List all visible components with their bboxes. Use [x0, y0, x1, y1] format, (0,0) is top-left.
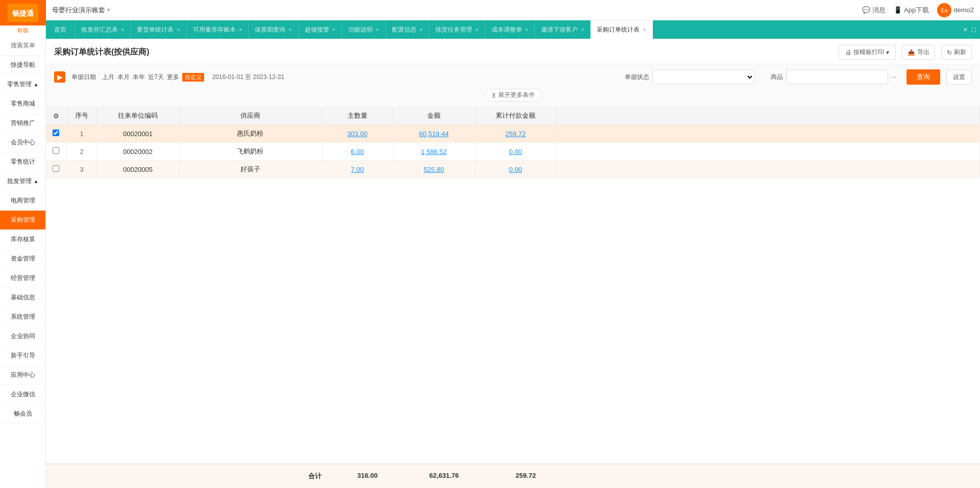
- tab-expiry-close-icon[interactable]: ×: [288, 27, 291, 33]
- industry-selector[interactable]: 母婴行业演示账套 ▾: [52, 6, 110, 15]
- sidebar-item-business[interactable]: 经营管理: [0, 269, 45, 288]
- row-select-checkbox[interactable]: [53, 147, 59, 154]
- filter-row-1: ▶ 单据日期 上月 本月 本年 近7天 更多 自定义 2016-01-01 至 …: [54, 69, 972, 85]
- print-button[interactable]: 🖨 按模板打印 ▾: [839, 45, 896, 60]
- tab-available-close-icon[interactable]: ×: [239, 27, 242, 33]
- tab-home[interactable]: 首页: [46, 20, 75, 39]
- tab-config-close-icon[interactable]: ×: [420, 27, 423, 33]
- tab-cost-label: 成本调整单: [492, 25, 522, 34]
- row-checkbox[interactable]: [46, 143, 66, 161]
- app-download-button[interactable]: 📱 App下载: [894, 6, 929, 15]
- avatar: Ea: [937, 3, 951, 17]
- footer-empty1: [46, 469, 66, 484]
- row-checkbox[interactable]: [46, 161, 66, 178]
- row-select-checkbox[interactable]: [53, 130, 59, 136]
- tab-receive-close-icon[interactable]: ×: [121, 27, 124, 33]
- tab-overstock[interactable]: 超储预警 ×: [299, 20, 342, 39]
- sidebar-item-vip[interactable]: 畅会员: [0, 404, 45, 424]
- date-this-month-link[interactable]: 本月: [117, 73, 130, 82]
- refresh-button[interactable]: ↻ 刷新: [941, 45, 972, 60]
- tab-purchase-stats[interactable]: 采购订单统计表 ×: [591, 20, 652, 39]
- sidebar-item-enterprise[interactable]: 企业协同: [0, 327, 45, 346]
- export-button[interactable]: 📤 导出: [902, 45, 935, 60]
- row-qty[interactable]: 303.00: [322, 125, 393, 143]
- table-row[interactable]: 3 00020005 好孩子 7.00 525.80 0.00: [46, 161, 980, 178]
- tab-purchase-close-icon[interactable]: ×: [643, 27, 646, 33]
- row-paid[interactable]: 0.00: [475, 143, 556, 161]
- sidebar-item-wechat[interactable]: 企业微信: [0, 385, 45, 404]
- sidebar-item-finance[interactable]: 资金管理: [0, 249, 45, 269]
- logo-icon: 畅捷通: [8, 4, 38, 22]
- setting-button[interactable]: 设置: [946, 70, 972, 85]
- sidebar-item-retail-mall[interactable]: 零售商城: [0, 94, 45, 114]
- tab-cost-adjust[interactable]: 成本调整单 ×: [485, 20, 535, 39]
- row-qty[interactable]: 6.00: [322, 143, 393, 161]
- sidebar-search-area[interactable]: 搜索英单: [0, 36, 45, 56]
- tab-config-info[interactable]: 配置信息 ×: [386, 20, 429, 39]
- app-label: App下载: [904, 6, 929, 15]
- product-filter-input[interactable]: [786, 70, 888, 84]
- sidebar-item-system[interactable]: 系统管理: [0, 307, 45, 327]
- status-filter-select[interactable]: [652, 70, 754, 84]
- tab-invite-customer[interactable]: 邀请下游客户 ×: [535, 20, 591, 39]
- tab-maximize-icon[interactable]: □: [972, 25, 976, 34]
- top-bar: 母婴行业演示账套 ▾ 💬 消息 📱 App下载 Ea demo2: [46, 0, 980, 20]
- sidebar-item-retail-stats[interactable]: 零售统计: [0, 152, 45, 172]
- sidebar-item-newguide[interactable]: 新手引导: [0, 346, 45, 366]
- product-more-icon[interactable]: ···: [891, 73, 896, 81]
- filter-toggle-button[interactable]: ▶: [54, 71, 65, 83]
- search-menu-label[interactable]: 搜索英单: [4, 39, 41, 52]
- date-last-month-link[interactable]: 上月: [102, 73, 114, 82]
- tab-picking-task[interactable]: 拣货任务管理 ×: [429, 20, 485, 39]
- tab-demand-close-icon[interactable]: ×: [177, 27, 180, 33]
- table-row[interactable]: 2 00020002 飞鹤奶粉 6.00 1,586.52 0.00: [46, 143, 980, 161]
- user-info[interactable]: Ea demo2: [937, 3, 974, 17]
- sidebar-system-label: 系统管理: [11, 313, 35, 321]
- row-amount[interactable]: 60,519.44: [393, 125, 475, 143]
- row-amount[interactable]: 1,586.52: [393, 143, 475, 161]
- filter-expand-row: ⊻ 展开更多条件: [54, 89, 972, 101]
- date-custom-badge[interactable]: 自定义: [182, 73, 204, 82]
- sidebar-item-retail[interactable]: 零售管理 ▲: [0, 75, 45, 94]
- row-select-checkbox[interactable]: [53, 165, 59, 172]
- settings-icon[interactable]: ⚙: [53, 112, 59, 120]
- sidebar-item-marketing[interactable]: 营销推广: [0, 114, 45, 133]
- date-filter-label: 单据日期: [71, 73, 96, 82]
- row-checkbox[interactable]: [46, 125, 66, 143]
- date-this-year-link[interactable]: 本年: [133, 73, 145, 82]
- date-more-link[interactable]: 更多: [167, 73, 179, 82]
- tab-close-all-icon[interactable]: ×: [963, 25, 967, 34]
- table-body: 1 00020001 惠氏奶粉 303.00 60,519.44 259.72 …: [46, 125, 980, 178]
- col-settings[interactable]: ⚙: [46, 107, 66, 125]
- table-row[interactable]: 1 00020001 惠氏奶粉 303.00 60,519.44 259.72: [46, 125, 980, 143]
- sidebar-item-quick[interactable]: 快捷导航: [0, 56, 45, 75]
- sidebar-item-member[interactable]: 会员中心: [0, 133, 45, 152]
- message-button[interactable]: 💬 消息: [862, 6, 886, 15]
- col-header-qty: 主数量: [322, 107, 393, 125]
- search-button[interactable]: 查询: [906, 69, 940, 85]
- sidebar-item-wholesale[interactable]: 批发管理 ▲: [0, 172, 45, 191]
- row-qty[interactable]: 7.00: [322, 161, 393, 178]
- sidebar-item-basic[interactable]: 基础信息: [0, 288, 45, 307]
- row-amount[interactable]: 525.80: [393, 161, 475, 178]
- tab-expiry-query[interactable]: 保质期查询 ×: [249, 20, 298, 39]
- sidebar-item-appstore[interactable]: 应用中心: [0, 366, 45, 385]
- sidebar-item-ecommerce[interactable]: 电商管理: [0, 191, 45, 211]
- tab-cost-close-icon[interactable]: ×: [525, 27, 528, 33]
- sidebar-item-purchase[interactable]: 采购管理: [0, 211, 45, 230]
- tab-function-close-icon[interactable]: ×: [376, 27, 379, 33]
- sidebar-item-inventory[interactable]: 库存核算: [0, 230, 45, 249]
- tab-receive-summary[interactable]: 收发存汇总表 ×: [75, 20, 131, 39]
- tab-picking-close-icon[interactable]: ×: [475, 27, 478, 33]
- row-paid[interactable]: 0.00: [475, 161, 556, 178]
- row-paid[interactable]: 259.72: [475, 125, 556, 143]
- expand-more-button[interactable]: ⊻ 展开更多条件: [485, 89, 542, 101]
- tab-function-desc[interactable]: 功能说明 ×: [342, 20, 385, 39]
- tab-available-stock[interactable]: 可用量库存账本 ×: [187, 20, 249, 39]
- tab-invite-close-icon[interactable]: ×: [581, 27, 584, 33]
- row-extra: [556, 161, 980, 178]
- industry-chevron-icon: ▾: [107, 7, 110, 13]
- date-7days-link[interactable]: 近7天: [148, 73, 164, 82]
- tab-overstock-close-icon[interactable]: ×: [332, 27, 335, 33]
- tab-demand-stats[interactable]: 要货单统计表 ×: [131, 20, 186, 39]
